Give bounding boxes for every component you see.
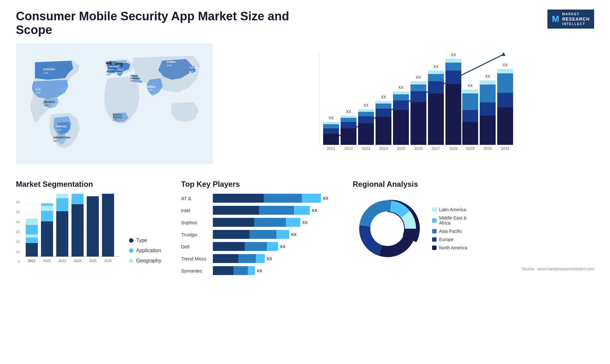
legend-label-mea: Middle East &Africa: [439, 215, 466, 226]
svg-rect-76: [428, 71, 444, 74]
svg-rect-51: [358, 112, 374, 116]
svg-text:AFRICA: AFRICA: [113, 116, 122, 119]
player-row-sophos: Sophos XX: [181, 218, 340, 227]
svg-text:xx%: xx%: [44, 104, 49, 107]
player-xx-att: XX: [323, 196, 328, 201]
svg-text:2021: 2021: [327, 146, 336, 151]
svg-rect-73: [428, 93, 444, 145]
logo-text: MARKET RESEARCH INTELLECT: [562, 12, 590, 26]
svg-text:xx%: xx%: [167, 64, 172, 67]
svg-text:GERMANY: GERMANY: [116, 61, 130, 64]
svg-text:SPAIN: SPAIN: [106, 70, 114, 73]
svg-text:XX: XX: [416, 75, 421, 80]
svg-text:U.S.: U.S.: [36, 88, 41, 91]
svg-rect-82: [445, 59, 461, 63]
svg-rect-98: [497, 93, 513, 107]
svg-rect-62: [393, 100, 409, 110]
svg-text:xx%: xx%: [116, 64, 120, 66]
legend-label-north-america: North America: [439, 245, 467, 250]
svg-text:2031: 2031: [501, 146, 510, 151]
segmentation-title: Market Segmentation: [16, 180, 168, 189]
svg-text:INDIA: INDIA: [148, 85, 156, 88]
legend-label-type: Type: [136, 238, 147, 243]
player-name-trendmicro: Trend Micro: [181, 256, 210, 261]
svg-text:XX: XX: [468, 84, 473, 88]
segmentation-section: Market Segmentation 60 50 40 30 20 10 0: [16, 180, 168, 275]
bar-chart-section: XX 2021 XX 2022 XX 2023: [226, 43, 594, 170]
svg-rect-92: [480, 102, 496, 116]
svg-rect-61: [393, 110, 409, 145]
svg-rect-44: [341, 122, 356, 128]
player-xx-trustgo: XX: [291, 232, 296, 237]
svg-rect-121: [41, 206, 53, 211]
svg-text:2022: 2022: [344, 146, 353, 151]
svg-rect-97: [497, 107, 513, 145]
svg-rect-55: [376, 117, 391, 145]
svg-rect-99: [497, 73, 513, 93]
svg-text:2024: 2024: [379, 146, 388, 151]
segmentation-chart-svg: 2021: [24, 194, 119, 270]
player-xx-intel: XX: [312, 208, 317, 213]
legend-asia-pacific: Asia Pacific: [432, 229, 467, 234]
svg-text:xx%: xx%: [36, 91, 40, 94]
player-xx-dell: XX: [280, 244, 285, 249]
svg-text:xx%: xx%: [53, 139, 58, 142]
svg-rect-127: [87, 196, 99, 257]
map-svg: CANADA xx% U.S. xx% MEXICO xx% BRAZIL xx…: [16, 43, 213, 164]
logo-letter: M: [552, 12, 559, 26]
svg-text:2026: 2026: [414, 146, 423, 151]
svg-text:MEXICO: MEXICO: [44, 100, 55, 104]
svg-rect-75: [428, 74, 444, 81]
svg-rect-120: [41, 211, 53, 221]
map-section: CANADA xx% U.S. xx% MEXICO xx% BRAZIL xx…: [16, 43, 213, 170]
svg-text:BRAZIL: BRAZIL: [57, 125, 67, 128]
player-row-symantec: Symantec XX: [181, 266, 340, 275]
legend-geography: Geography: [129, 258, 161, 264]
page-header: Consumer Mobile Security App Market Size…: [16, 10, 594, 37]
svg-rect-69: [410, 84, 426, 91]
svg-text:xx%: xx%: [130, 80, 134, 82]
legend-dot-north-america: [432, 246, 437, 250]
svg-text:2024: 2024: [74, 259, 81, 263]
svg-rect-91: [480, 116, 496, 145]
svg-text:2029: 2029: [466, 146, 475, 151]
legend-type: Type: [129, 238, 161, 243]
svg-rect-81: [445, 63, 461, 71]
player-row-intel: Intel XX: [181, 206, 340, 215]
legend-europe: Europe: [432, 237, 467, 242]
legend-mea: Middle East &Africa: [432, 215, 467, 226]
svg-text:CHINA: CHINA: [167, 60, 176, 64]
svg-rect-88: [462, 90, 478, 93]
legend-dot-type: [129, 238, 133, 243]
legend-dot-mea: [432, 218, 437, 223]
svg-rect-100: [497, 69, 513, 73]
svg-text:XX: XX: [398, 85, 403, 90]
legend-dot-application: [129, 248, 133, 253]
svg-rect-126: [71, 194, 84, 204]
svg-text:2022: 2022: [43, 259, 51, 263]
svg-text:ARGENTINA: ARGENTINA: [53, 136, 71, 139]
page-title: Consumer Mobile Security App Market Size…: [16, 10, 302, 37]
player-name-intel: Intel: [181, 208, 210, 213]
player-xx-symantec: XX: [257, 268, 262, 273]
svg-rect-57: [376, 104, 391, 109]
regional-content: Latin America Middle East &Africa Asia P…: [353, 194, 594, 264]
svg-rect-86: [462, 110, 478, 122]
legend-dot-latin-america: [432, 207, 437, 212]
legend-label-geography: Geography: [136, 258, 161, 264]
svg-text:XX: XX: [485, 74, 490, 79]
player-name-sophos: Sophos: [181, 220, 210, 225]
source-text: Source : www.marketresearchintellect.com: [353, 267, 594, 271]
svg-marker-36: [502, 52, 505, 56]
svg-text:ITALY: ITALY: [117, 68, 124, 71]
svg-text:2026: 2026: [104, 259, 112, 263]
svg-text:2023: 2023: [58, 259, 66, 263]
regional-title: Regional Analysis: [353, 180, 594, 189]
player-xx-trendmicro: XX: [267, 256, 272, 261]
svg-text:2027: 2027: [432, 146, 440, 151]
svg-rect-94: [480, 80, 496, 84]
players-title: Top Key Players: [181, 180, 340, 189]
svg-text:XX: XX: [329, 116, 334, 120]
svg-text:xx%: xx%: [57, 128, 61, 131]
player-name-trustgo: Trustgo: [181, 232, 210, 237]
